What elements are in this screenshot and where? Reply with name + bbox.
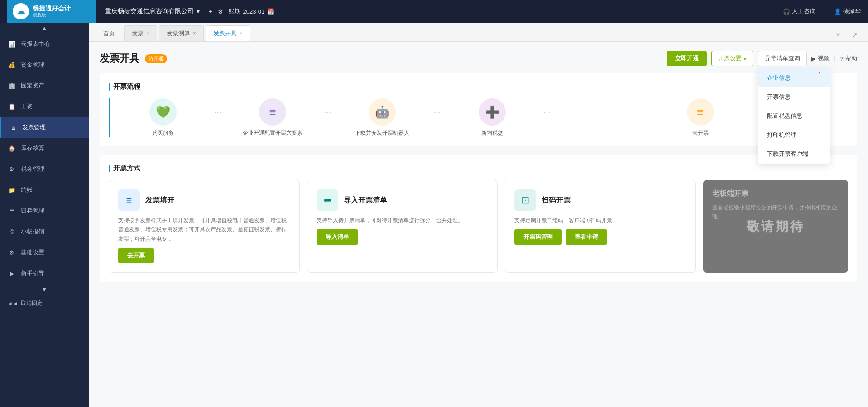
fill-invoice-card-title: 发票填开: [145, 196, 174, 205]
close-window-button[interactable]: ×: [832, 29, 844, 41]
content-area: 首页 发票 × 发票测算 × 发票开具 × × ⤢: [89, 23, 868, 407]
main-area: ▲ 📊 云报表中心 💰 资金管理 🏢 固定资产 📋 工资 🖥 发票管理: [0, 23, 868, 407]
invoice-settings-button[interactable]: 开票设置 ▾: [711, 51, 753, 66]
period-label: 账期: [229, 7, 240, 15]
company-selector[interactable]: 重庆畅捷交通信息咨询有限公司 ▾: [101, 5, 203, 17]
boss-card-overlay: 敬请期待: [703, 180, 848, 273]
accounting-icon: 📁: [7, 185, 16, 194]
printer-mgmt-label: 打印机管理: [767, 131, 796, 138]
flow-step-2: ≡ 企业开通配置开票六要素: [223, 98, 322, 137]
divider: [825, 7, 825, 16]
dropdown-item-invoice-info[interactable]: 开票信息: [758, 87, 830, 107]
dropdown-item-printer-mgmt[interactable]: 打印机管理: [758, 126, 830, 145]
tab-invoice-calc-close[interactable]: ×: [193, 30, 196, 37]
sidebar-label-inventory: 库存核算: [21, 144, 44, 152]
fund-mgmt-icon: 💰: [7, 60, 16, 69]
tab-home[interactable]: 首页: [96, 26, 122, 41]
step-1-label: 购买服务: [152, 129, 174, 137]
flow-section: 开票流程 💚 购买服务 ··· ≡ 企业开通配置开票六要素: [100, 73, 857, 146]
sidebar-item-tax-mgmt[interactable]: ⚙ 税务管理: [0, 159, 89, 179]
video-button[interactable]: ▶ 视频: [811, 54, 830, 63]
tab-invoice-calc[interactable]: 发票测算 ×: [159, 25, 204, 41]
add-button[interactable]: +: [209, 8, 212, 15]
step-2-icon: ≡: [259, 98, 286, 126]
sidebar-item-xiaochang[interactable]: © 小畅报销: [0, 221, 89, 242]
tab-invoice-open-close[interactable]: ×: [240, 30, 243, 37]
sidebar-label-new-guide: 新手引导: [21, 269, 44, 277]
dropdown-item-download-client[interactable]: 下载开票客户端: [758, 145, 830, 164]
tab-invoice-close[interactable]: ×: [146, 30, 149, 37]
dropdown-item-tax-disk[interactable]: 配置税盘信息: [758, 107, 830, 126]
view-application-button[interactable]: 查看申请: [566, 229, 607, 245]
sidebar: ▲ 📊 云报表中心 💰 资金管理 🏢 固定资产 📋 工资 🖥 发票管理: [0, 23, 89, 407]
sidebar-item-accounting[interactable]: 📁 结账: [0, 179, 89, 200]
username: 徐泽华: [843, 7, 861, 15]
scan-invoice-card-icon: ⊡: [514, 189, 536, 211]
inventory-icon: 🏠: [7, 144, 16, 153]
sidebar-item-basic-settings[interactable]: ⚙ 基础设置: [0, 242, 89, 263]
invoice-code-mgmt-button[interactable]: 开票码管理: [514, 229, 562, 245]
page-header: 发票开具 待开通 立即开通 开票设置 ▾ 异常清单查询 ▶ 视频: [100, 51, 857, 66]
activate-button[interactable]: 立即开通: [667, 51, 707, 66]
settings-button[interactable]: ⚙: [218, 8, 223, 15]
method-section: 开票方式 ≡ 发票填开 支持按照发票样式手工填开发票；可开具增值税电子普通发票、…: [100, 155, 857, 282]
consult-button[interactable]: 🎧 人工咨询: [783, 7, 815, 15]
step-3-label: 下载并安装开票机器人: [355, 129, 409, 137]
new-guide-icon: ▶: [7, 269, 16, 278]
sidebar-scroll-down[interactable]: ▼: [0, 284, 89, 295]
import-list-button[interactable]: 导入清单: [317, 229, 358, 245]
app-container: ☁ 畅捷通好会计 旗舰版 重庆畅捷交通信息咨询有限公司 ▾ + ⚙ 账期 202…: [0, 0, 868, 407]
cloud-report-icon: 📊: [7, 39, 16, 48]
page-title-area: 发票开具 待开通: [100, 52, 167, 65]
flow-arrow-3: ···: [433, 107, 441, 117]
user-area[interactable]: 👤 徐泽华: [834, 7, 861, 15]
play-icon: ▶: [811, 55, 816, 62]
tab-home-label: 首页: [103, 29, 115, 38]
fixed-assets-icon: 🏢: [7, 81, 16, 90]
add-icon: +: [209, 8, 212, 15]
import-list-card-icon: ⬅: [317, 189, 338, 211]
tab-invoice-open[interactable]: 发票开具 ×: [206, 25, 250, 41]
sidebar-item-invoice-mgmt[interactable]: 🖥 发票管理: [0, 117, 89, 138]
step-5a-label: 去开票: [692, 129, 709, 137]
help-label: 帮助: [845, 54, 857, 63]
calendar-icon[interactable]: 📅: [267, 8, 274, 15]
cancel-fixed-button[interactable]: ◄◄ 取消固定: [0, 295, 89, 312]
help-button[interactable]: ? 帮助: [840, 54, 857, 63]
sidebar-item-payroll[interactable]: 📋 工资: [0, 96, 89, 117]
question-icon: ?: [840, 55, 844, 62]
dropdown-item-company-info[interactable]: 企业信息 →: [758, 68, 830, 87]
sidebar-item-fund-mgmt[interactable]: 💰 资金管理: [0, 54, 89, 75]
dropdown-arrow-icon: ▾: [197, 8, 200, 15]
sidebar-item-new-guide[interactable]: ▶ 新手引导: [0, 263, 89, 284]
tax-disk-label: 配置税盘信息: [767, 112, 802, 119]
flow-arrow-1: ···: [214, 107, 222, 117]
sidebar-item-cloud-report[interactable]: 📊 云报表中心: [0, 34, 89, 54]
company-name: 重庆畅捷交通信息咨询有限公司: [105, 7, 194, 15]
basic-settings-icon: ⚙: [7, 248, 16, 257]
flow-step-3: 🤖 下载并安装开票机器人: [333, 98, 432, 137]
tab-invoice[interactable]: 发票 ×: [124, 25, 157, 41]
page-content: 发票开具 待开通 立即开通 开票设置 ▾ 异常清单查询 ▶ 视频: [89, 42, 868, 407]
sidebar-item-fixed-assets[interactable]: 🏢 固定资产: [0, 75, 89, 96]
step-1-icon: 💚: [149, 98, 177, 126]
sidebar-item-archive[interactable]: 🗃 归档管理: [0, 200, 89, 221]
step-3-icon: 🤖: [369, 98, 396, 126]
scan-invoice-card-header: ⊡ 扫码开票: [514, 189, 686, 211]
tab-invoice-open-label: 发票开具: [213, 29, 237, 38]
maximize-window-button[interactable]: ⤢: [848, 29, 861, 41]
tab-invoice-calc-label: 发票测算: [167, 29, 190, 38]
fill-invoice-go-button[interactable]: 去开票: [118, 248, 154, 263]
exception-list-button[interactable]: 异常清单查询: [758, 51, 807, 66]
archive-icon: 🗃: [7, 206, 16, 215]
step-4-icon: ➕: [479, 98, 506, 126]
sidebar-item-inventory[interactable]: 🏠 库存核算: [0, 138, 89, 159]
logo-text-area: 畅捷通好会计 旗舰版: [33, 5, 71, 19]
sidebar-label-xiaochang: 小畅报销: [21, 228, 44, 236]
cards-row: ≡ 发票填开 支持按照发票样式手工填开发票；可开具增值税电子普通发票、增值税普通…: [109, 180, 848, 273]
invoice-mgmt-icon: 🖥: [9, 123, 18, 132]
scan-invoice-card-title: 扫码开票: [542, 196, 571, 205]
sidebar-label-accounting: 结账: [21, 186, 33, 194]
fill-invoice-card-desc: 支持按照发票样式手工填开发票；可开具增值税电子普通发票、增值税普通发票、增值税专…: [118, 216, 290, 243]
sidebar-scroll-up[interactable]: ▲: [0, 23, 89, 34]
